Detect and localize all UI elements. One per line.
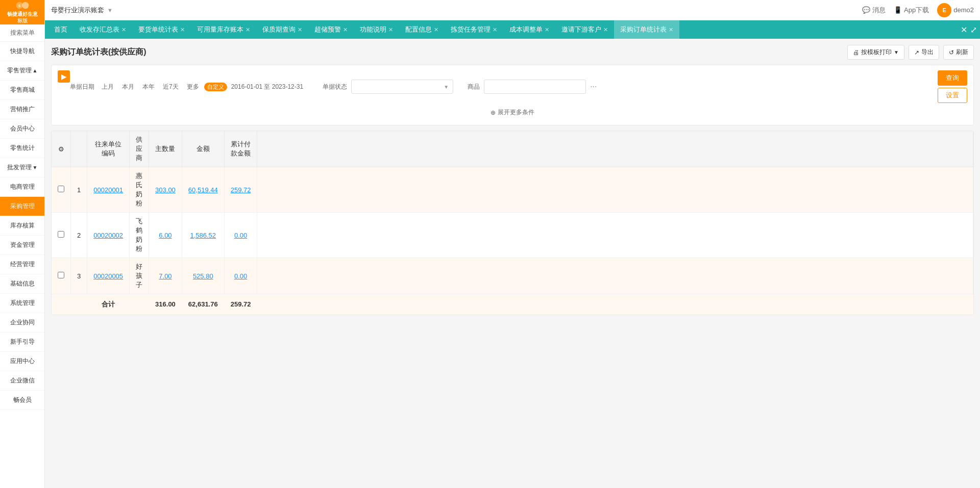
tab-expiry-close-icon[interactable]: ✕ — [298, 27, 302, 33]
tab-overstock[interactable]: 超储预警 ✕ — [308, 20, 354, 39]
tab-cost-close-icon[interactable]: ✕ — [545, 27, 549, 33]
tab-inventory-close-icon[interactable]: ✕ — [246, 27, 250, 33]
goods-input[interactable] — [484, 80, 586, 94]
row-supplier-code[interactable]: 00020005 — [87, 258, 130, 294]
sidebar-item-marketing[interactable]: 营销推广 — [0, 100, 44, 119]
tab-func-close-icon[interactable]: ✕ — [388, 27, 393, 33]
svg-point-1 — [22, 2, 29, 9]
tab-func[interactable]: 功能说明 ✕ — [354, 20, 399, 39]
row-checkbox[interactable] — [52, 213, 71, 258]
avatar: E — [937, 3, 951, 17]
app-download-button[interactable]: 📱 App下载 — [894, 6, 929, 15]
status-select[interactable]: ▼ — [351, 80, 453, 94]
tab-collect-close-icon[interactable]: ✕ — [121, 27, 126, 33]
row-amount[interactable]: 60,519.44 — [182, 167, 224, 213]
tab-config[interactable]: 配置信息 ✕ — [399, 20, 445, 39]
settings-icon[interactable]: ⚙ — [58, 145, 64, 153]
expand-more-button[interactable]: ⊕ 展开更多条件 — [58, 105, 967, 120]
query-button[interactable]: 查询 — [938, 70, 967, 86]
tab-invite[interactable]: 邀请下游客户 ✕ — [555, 20, 614, 39]
shortcut-last-month[interactable]: 上月 — [99, 82, 117, 92]
row-amount[interactable]: 1,586.52 — [182, 213, 224, 258]
refresh-button[interactable]: ↺ 刷新 — [943, 45, 974, 60]
top-right-actions: 💬 消息 📱 App下载 E demo2 — [862, 3, 974, 17]
tab-goods-stat-close-icon[interactable]: ✕ — [180, 27, 185, 33]
sidebar-item-system[interactable]: 系统管理 — [0, 294, 44, 313]
message-button[interactable]: 💬 消息 — [862, 6, 886, 15]
shortcut-this-month[interactable]: 本月 — [119, 82, 137, 92]
row-quantity[interactable]: 303.00 — [149, 167, 182, 213]
sidebar-item-member[interactable]: 会员中心 — [0, 119, 44, 139]
tab-purchase-stat-close-icon[interactable]: ✕ — [669, 27, 673, 33]
tab-cost[interactable]: 成本调整单 ✕ — [503, 20, 555, 39]
sidebar-item-purchase[interactable]: 采购管理 — [0, 197, 44, 216]
settings-button[interactable]: 设置 — [938, 88, 967, 103]
row-quantity[interactable]: 6.00 — [149, 213, 182, 258]
row-checkbox-input[interactable] — [58, 231, 64, 238]
footer-label: 合计 — [87, 294, 130, 315]
footer-empty-4 — [257, 294, 973, 315]
print-button[interactable]: 🖨 按模板打印 ▼ — [847, 45, 904, 60]
filter-content: 单据日期 上月 本月 本年 近7天 更多 自定义 2016-01-01 至 20… — [70, 70, 967, 103]
tab-overstock-close-icon[interactable]: ✕ — [343, 27, 348, 33]
data-table-wrapper: ⚙ 往来单位编码 供应商 主数量 金额 累计付款金额 1 00020001 — [51, 131, 974, 315]
sidebar-item-newbie[interactable]: 新手引导 — [0, 332, 44, 352]
date-badge: 自定义 — [204, 83, 227, 91]
row-amount[interactable]: 525.80 — [182, 258, 224, 294]
row-supplier-code[interactable]: 00020002 — [87, 213, 130, 258]
shortcut-7days[interactable]: 近7天 — [160, 82, 182, 92]
tab-goods-stat-label: 要货单统计表 — [138, 25, 178, 34]
tab-expand-icon[interactable]: ⤢ — [970, 25, 977, 35]
sidebar-item-retail[interactable]: 零售管理 ▲ — [0, 61, 44, 81]
tab-home[interactable]: 首页 — [48, 20, 74, 39]
message-label: 消息 — [872, 6, 886, 15]
export-button[interactable]: ↗ 导出 — [909, 45, 939, 60]
sidebar-item-search[interactable]: 搜索菜单 — [0, 24, 44, 42]
row-checkbox[interactable] — [52, 258, 71, 294]
tab-inventory[interactable]: 可用量库存账本 ✕ — [191, 20, 256, 39]
row-checkbox-input[interactable] — [58, 272, 64, 278]
col-settings[interactable]: ⚙ — [52, 131, 71, 167]
sidebar-item-wholesale[interactable]: 批发管理 ▼ — [0, 158, 44, 177]
row-checkbox[interactable] — [52, 167, 71, 213]
tab-config-close-icon[interactable]: ✕ — [434, 27, 438, 33]
sidebar-item-retail-stat[interactable]: 零售统计 — [0, 139, 44, 158]
sidebar-item-inventory[interactable]: 库存核算 — [0, 216, 44, 236]
row-quantity[interactable]: 7.00 — [149, 258, 182, 294]
tab-invite-close-icon[interactable]: ✕ — [603, 27, 608, 33]
tab-inventory-label: 可用量库存账本 — [197, 25, 243, 34]
tab-cost-label: 成本调整单 — [509, 25, 543, 34]
sidebar-item-retail-store[interactable]: 零售商城 — [0, 81, 44, 100]
tab-expiry[interactable]: 保质期查询 ✕ — [256, 20, 308, 39]
footer-amount: 62,631.76 — [182, 294, 224, 315]
row-paid[interactable]: 259.72 — [224, 167, 257, 213]
tab-close-all-icon[interactable]: ✕ — [961, 25, 967, 35]
sidebar-item-ecommerce[interactable]: 电商管理 — [0, 177, 44, 197]
sidebar-item-shortcut[interactable]: 快捷导航 — [0, 42, 44, 61]
sidebar-item-enterprise[interactable]: 企业协同 — [0, 313, 44, 332]
sidebar-item-operation[interactable]: 经营管理 — [0, 255, 44, 274]
row-supplier-code[interactable]: 00020001 — [87, 167, 130, 213]
tab-task[interactable]: 拣货任务管理 ✕ — [445, 20, 503, 39]
user-menu[interactable]: E demo2 — [937, 3, 974, 17]
row-paid[interactable]: 0.00 — [224, 213, 257, 258]
shortcut-more[interactable]: 更多 — [184, 82, 202, 92]
tab-task-close-icon[interactable]: ✕ — [493, 27, 497, 33]
tab-purchase-stat[interactable]: 采购订单统计表 ✕ — [614, 20, 679, 39]
row-checkbox-input[interactable] — [58, 186, 64, 192]
filter-actions: 查询 设置 — [938, 70, 967, 103]
row-paid[interactable]: 0.00 — [224, 258, 257, 294]
sidebar-item-wechat[interactable]: 企业微信 — [0, 371, 44, 391]
sidebar-item-capital[interactable]: 资金管理 — [0, 236, 44, 255]
sidebar-item-basic[interactable]: 基础信息 — [0, 274, 44, 294]
workspace-selector[interactable]: 母婴行业演示账套 ▼ — [51, 6, 113, 15]
username: demo2 — [953, 6, 974, 14]
sidebar-item-vip[interactable]: 畅会员 — [0, 391, 44, 410]
filter-main-row: ▶ 单据日期 上月 本月 本年 近7天 更多 自定义 2016-01-01 至 … — [58, 70, 967, 103]
tab-collect[interactable]: 收发存汇总表 ✕ — [74, 20, 132, 39]
sidebar-item-appstore[interactable]: 应用中心 — [0, 352, 44, 371]
goods-more-icon[interactable]: ··· — [590, 82, 597, 91]
tab-goods-stat[interactable]: 要货单统计表 ✕ — [132, 20, 191, 39]
shortcut-this-year[interactable]: 本年 — [139, 82, 158, 92]
filter-toggle-button[interactable]: ▶ — [58, 70, 70, 83]
